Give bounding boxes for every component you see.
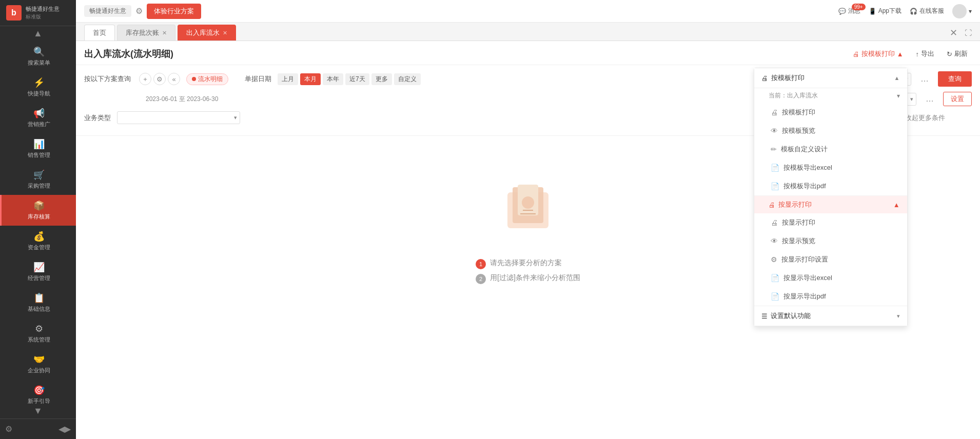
app-download-item[interactable]: 📱 App下载 bbox=[869, 7, 901, 15]
sidebar-item-system[interactable]: ⚙ 系统管理 bbox=[0, 318, 76, 349]
date-option-this-month[interactable]: 本月 bbox=[300, 73, 321, 85]
sidebar-item-inventory[interactable]: 📦 库存核算 bbox=[0, 195, 76, 226]
chevron-icon: ▲ bbox=[894, 75, 900, 81]
dropdown-item-template-print[interactable]: 🖨 按模板打印 bbox=[754, 103, 907, 122]
display-section-header[interactable]: 🖨 按显示打印 ▲ bbox=[754, 195, 907, 213]
print-template-button[interactable]: 🖨 按模板打印 ▲ bbox=[849, 47, 908, 61]
tab-home-label: 首页 bbox=[93, 28, 106, 37]
collapse-sidebar-icon[interactable]: ◀▶ bbox=[58, 424, 71, 434]
dropdown-item-template-pdf[interactable]: 📄 按模板导出pdf bbox=[754, 177, 907, 195]
date-option-more[interactable]: 更多 bbox=[371, 73, 392, 85]
date-option-7days[interactable]: 近7天 bbox=[345, 73, 369, 85]
filter-scheme-label: 按以下方案查询 bbox=[84, 74, 131, 84]
chevron-down-icon: ▾ bbox=[969, 8, 972, 15]
scroll-down-btn[interactable]: ▼ bbox=[0, 404, 76, 418]
warehouse-more-btn[interactable]: … bbox=[923, 92, 937, 106]
flow-tag[interactable]: 流水明细 bbox=[186, 73, 228, 85]
tab-flow[interactable]: 出入库流水 ✕ bbox=[178, 25, 236, 41]
tab-flow-close-icon[interactable]: ✕ bbox=[223, 30, 227, 36]
add-filter-button[interactable]: + bbox=[139, 73, 151, 85]
dropdown-item-display-settings[interactable]: ⚙ 按显示打印设置 bbox=[754, 250, 907, 269]
date-option-last-month[interactable]: 上月 bbox=[278, 73, 298, 85]
headset-icon: 🎧 bbox=[910, 8, 917, 15]
dropdown-item-display-pdf[interactable]: 📄 按显示导出pdf bbox=[754, 287, 907, 306]
default-icon: ☰ bbox=[761, 312, 768, 320]
sidebar-item-label: 企业协同 bbox=[28, 367, 50, 374]
sidebar-item-enterprise[interactable]: 🤝 企业协同 bbox=[0, 349, 76, 380]
user-avatar-item[interactable]: ▾ bbox=[952, 4, 972, 18]
tab-home[interactable]: 首页 bbox=[84, 25, 115, 41]
tab-batch-close-icon[interactable]: ✕ bbox=[162, 30, 167, 36]
date-option-custom[interactable]: 自定义 bbox=[394, 73, 421, 85]
message-item[interactable]: 💬 消息 99+ bbox=[838, 7, 860, 15]
dropdown-title: 🖨 按模板打印 bbox=[761, 73, 805, 83]
system-icon: ⚙ bbox=[35, 323, 43, 334]
tab-batch-label: 库存批次账 bbox=[126, 28, 159, 37]
sidebar-item-label: 库存核算 bbox=[28, 213, 50, 221]
avatar bbox=[952, 4, 967, 18]
customer-service-item[interactable]: 🎧 在线客服 bbox=[910, 7, 944, 15]
query-button[interactable]: 查询 bbox=[938, 71, 972, 87]
sidebar-item-guide[interactable]: 🎯 新手引导 bbox=[0, 380, 76, 404]
preview-icon: 👁 bbox=[771, 127, 778, 135]
date-option-this-year[interactable]: 本年 bbox=[323, 73, 343, 85]
industry-solution-button[interactable]: 体验行业方案 bbox=[147, 4, 201, 19]
basic-icon: 📋 bbox=[33, 292, 45, 304]
logo-icon: b bbox=[6, 5, 22, 21]
sidebar-item-search[interactable]: 🔍 搜索菜单 bbox=[0, 41, 76, 72]
tabs-bar: 首页 库存批次账 ✕ 出入库流水 ✕ ✕ ⛶ bbox=[76, 23, 980, 41]
dropdown-item-display-excel[interactable]: 📄 按显示导出excel bbox=[754, 269, 907, 287]
sidebar-item-quicknav[interactable]: ⚡ 快捷导航 bbox=[0, 72, 76, 103]
inventory-icon: 📦 bbox=[33, 200, 45, 211]
scroll-up-btn[interactable]: ▲ bbox=[0, 26, 76, 41]
finance-icon: 💰 bbox=[33, 231, 45, 242]
page-title: 出入库流水(流水明细) bbox=[84, 48, 173, 60]
chevron-down-default: ▾ bbox=[897, 313, 900, 320]
printer-icon: 🖨 bbox=[853, 50, 859, 58]
sidebar-item-sales[interactable]: 📊 销售管理 bbox=[0, 133, 76, 164]
expand-window-button[interactable]: ⛶ bbox=[965, 29, 972, 37]
guide-icon: 🎯 bbox=[33, 385, 45, 396]
tab-batch[interactable]: 库存批次账 ✕ bbox=[117, 25, 175, 41]
date-range-text: 2023-06-01 至 2023-06-30 bbox=[146, 95, 218, 103]
empty-steps: 1 请先选择要分析的方案 2 用[过滤]条件来缩小分析范围 bbox=[476, 258, 580, 288]
display-printer-icon: 🖨 bbox=[769, 201, 775, 209]
refresh-button[interactable]: ↻ 刷新 bbox=[943, 47, 972, 61]
settings-icon[interactable]: ⚙ bbox=[5, 424, 12, 434]
sidebar-item-label: 资金管理 bbox=[28, 244, 50, 251]
dropdown-item-template-preview[interactable]: 👁 按模板预览 bbox=[754, 122, 907, 140]
settings-filter-button[interactable]: ⚙ bbox=[153, 73, 166, 85]
dropdown-item-display-print[interactable]: 🖨 按显示打印 bbox=[754, 213, 907, 232]
sidebar-item-operation[interactable]: 📈 经营管理 bbox=[0, 256, 76, 287]
sidebar-item-purchase[interactable]: 🛒 采购管理 bbox=[0, 164, 76, 195]
export-button[interactable]: ↑ 导出 bbox=[912, 47, 939, 61]
print-dropdown-panel: 🖨 按模板打印 ▲ 当前：出入库流水 ▾ 🖨 bbox=[754, 68, 908, 327]
app-name: 畅捷通好生意 bbox=[26, 5, 60, 13]
business-type-select[interactable] bbox=[117, 111, 240, 124]
settings-button[interactable]: 设置 bbox=[943, 92, 972, 106]
page-header: 出入库流水(流水明细) 🖨 按模板打印 ▲ 🖨 按模板打印 bbox=[76, 41, 980, 65]
dropdown-main-header[interactable]: 🖨 按模板打印 ▲ bbox=[754, 68, 907, 88]
sidebar-item-marketing[interactable]: 📢 营销推广 bbox=[0, 103, 76, 133]
refresh-icon: ↻ bbox=[947, 50, 952, 58]
close-window-button[interactable]: ✕ bbox=[946, 25, 962, 41]
flow-tag-dot bbox=[192, 77, 196, 81]
export-icon: ↑ bbox=[916, 50, 919, 58]
sidebar-item-basic[interactable]: 📋 基础信息 bbox=[0, 287, 76, 318]
business-type-label: 业务类型 bbox=[84, 113, 111, 123]
dropdown-item-template-customize[interactable]: ✏ 模板自定义设计 bbox=[754, 140, 907, 158]
top-header: 畅捷通好生意 ⚙ 体验行业方案 💬 消息 99+ 📱 App下载 🎧 在线客服 … bbox=[76, 0, 980, 23]
header-left: 畅捷通好生意 ⚙ 体验行业方案 bbox=[84, 4, 201, 19]
header-gear-icon[interactable]: ⚙ bbox=[135, 6, 143, 16]
default-section-header[interactable]: ☰ 设置默认功能 ▾ bbox=[754, 306, 907, 326]
dropdown-item-display-preview[interactable]: 👁 按显示预览 bbox=[754, 232, 907, 250]
sidebar-item-label: 采购管理 bbox=[28, 182, 50, 190]
print-icon2: 🖨 bbox=[771, 218, 778, 227]
collapse-filter-button[interactable]: « bbox=[168, 73, 180, 85]
edit-icon: ✏ bbox=[771, 145, 777, 153]
dropdown-item-template-excel[interactable]: 📄 按模板导出excel bbox=[754, 158, 907, 177]
sidebar-item-finance[interactable]: 💰 资金管理 bbox=[0, 226, 76, 256]
doc-type-more-btn[interactable]: … bbox=[917, 72, 932, 86]
excel-icon2: 📄 bbox=[771, 274, 779, 282]
business-type-select-wrap[interactable] bbox=[117, 111, 240, 124]
